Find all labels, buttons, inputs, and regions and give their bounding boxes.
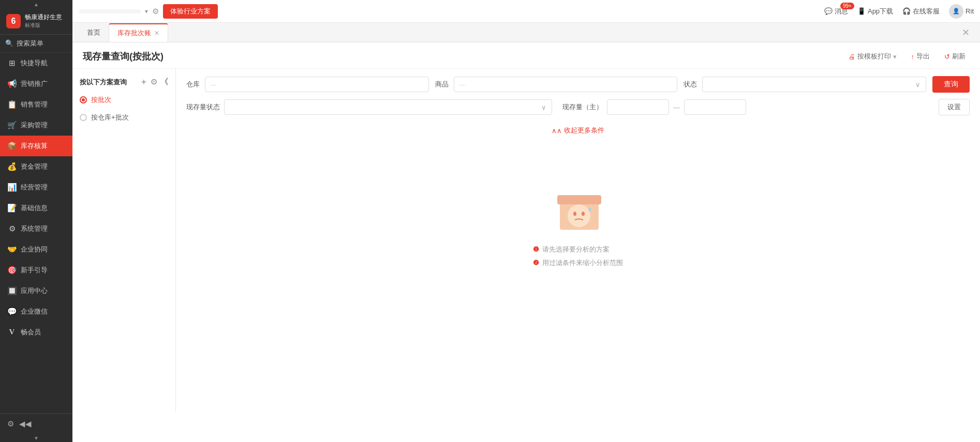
stock-qty-label: 现存量（主） — [562, 102, 603, 112]
basics-icon: 📝 — [7, 203, 17, 213]
warehouse-dots: ··· — [211, 81, 216, 89]
username-label: Rit — [966, 7, 974, 15]
warehouse-input[interactable]: ··· — [205, 77, 429, 92]
sidebar-item-label: 应用中心 — [21, 286, 48, 296]
sidebar-item-label: 资金管理 — [21, 162, 48, 171]
app-name: 畅康通好生意 — [25, 13, 62, 22]
page-title: 现存量查询(按批次) — [83, 50, 164, 63]
stock-status-label: 现存量状态 — [186, 102, 220, 112]
user-profile[interactable]: 👤 Rit — [949, 4, 974, 19]
goods-label: 商品 — [435, 80, 450, 89]
headset-icon: 🎧 — [902, 7, 911, 15]
sidebar-item-operations[interactable]: 📊 经营管理 — [0, 177, 72, 198]
sidebar-item-newbie[interactable]: 🎯 新手引导 — [0, 260, 72, 281]
collapse-up-icon: ∧∧ — [552, 127, 562, 135]
filter-row-2: 现存量状态 ∨ 现存量（主） — 设置 — [186, 99, 970, 115]
hint-text-2: 用过滤条件来缩小分析范围 — [542, 256, 623, 270]
goods-dots: ··· — [459, 81, 465, 89]
left-panel-actions: ＋ ⊙ 《 — [140, 77, 168, 87]
sidebar-item-label: 快捷导航 — [21, 58, 48, 68]
messages-badge: 99+ — [840, 3, 854, 9]
print-template-btn[interactable]: 🖨 按模板打印 ▾ — [844, 50, 901, 63]
config-scheme-icon[interactable]: ⊙ — [151, 77, 157, 87]
stock-status-select[interactable]: ∨ — [224, 99, 552, 115]
sales-icon: 📋 — [7, 100, 17, 109]
messages-btn[interactable]: 💬 消息 99+ — [824, 7, 848, 16]
refresh-icon: ↺ — [944, 53, 950, 61]
sidebar-item-label: 新手引导 — [21, 266, 48, 275]
tab-close-all-btn[interactable]: ✕ — [958, 27, 974, 38]
sidebar-item-basics[interactable]: 📝 基础信息 — [0, 198, 72, 218]
stock-qty-from-input[interactable] — [607, 99, 669, 115]
status-label: 状态 — [684, 80, 698, 89]
sidebar-item-system[interactable]: ⚙ 系统管理 — [0, 218, 72, 239]
status-select[interactable]: ∨ — [702, 77, 926, 92]
sidebar-item-purchase[interactable]: 🛒 采购管理 — [0, 115, 72, 136]
page-header: 现存量查询(按批次) 🖨 按模板打印 ▾ ↑ 导出 ↺ 刷新 — [72, 42, 980, 69]
svg-point-3 — [573, 212, 576, 216]
qty-dash-separator: — — [673, 104, 680, 111]
sidebar-item-label: 企业协同 — [21, 245, 48, 254]
sidebar-item-label: 畅会员 — [21, 328, 41, 337]
settings-icon[interactable]: ⚙ — [7, 419, 14, 429]
topbar-search-box[interactable] — [79, 9, 141, 13]
sidebar-item-app-center[interactable]: 🔲 应用中心 — [0, 281, 72, 301]
print-dropdown-icon[interactable]: ▾ — [893, 53, 897, 61]
online-service-btn[interactable]: 🎧 在线客服 — [902, 7, 940, 16]
svg-point-4 — [582, 212, 585, 216]
sidebar-item-quick-nav[interactable]: ⊞ 快捷导航 — [0, 53, 72, 73]
refresh-btn[interactable]: ↺ 刷新 — [940, 50, 970, 63]
add-scheme-icon[interactable]: ＋ — [140, 77, 147, 87]
scheme-item-by-warehouse-batch[interactable]: 按仓库+批次 — [72, 109, 175, 126]
sidebar-item-sales[interactable]: 📋 销售管理 — [0, 94, 72, 115]
sidebar-scroll-up[interactable]: ▲ — [0, 0, 72, 8]
right-panel: 仓库 ··· 商品 ··· 状态 — [176, 69, 980, 411]
collapse-panel-icon[interactable]: 《 — [160, 77, 168, 87]
print-icon: 🖨 — [849, 53, 855, 61]
sidebar-item-inventory[interactable]: 📦 库存核算 — [0, 136, 72, 156]
app-download-btn[interactable]: 📱 App下载 — [857, 7, 893, 16]
topbar-dropdown-icon[interactable]: ▾ — [145, 8, 148, 15]
marketing-icon: 📢 — [7, 79, 17, 89]
tab-close-icon[interactable]: ✕ — [154, 30, 159, 37]
scheme-item-by-batch[interactable]: 按批次 — [72, 91, 175, 109]
refresh-label: 刷新 — [952, 52, 966, 61]
newbie-icon: 🎯 — [7, 266, 17, 275]
stock-qty-to-input[interactable] — [684, 99, 746, 115]
sidebar-item-vip[interactable]: V 畅会员 — [0, 322, 72, 343]
tabs-bar: 首页 库存批次账 ✕ ✕ — [72, 23, 980, 42]
set-btn[interactable]: 设置 — [939, 99, 970, 115]
export-label: 导出 — [916, 52, 930, 61]
collapse-label: 收起更多条件 — [564, 126, 604, 135]
left-panel-title: 按以下方案查询 — [80, 78, 127, 87]
quick-nav-icon: ⊞ — [7, 58, 17, 68]
enterprise-icon: 🤝 — [7, 245, 17, 254]
sidebar-item-finance[interactable]: 💰 资金管理 — [0, 156, 72, 177]
radio-by-batch — [80, 96, 87, 104]
goods-input[interactable]: ··· — [454, 77, 678, 92]
export-btn[interactable]: ↑ 导出 — [907, 50, 934, 63]
sidebar-item-label: 营销推广 — [21, 79, 48, 89]
scheme-label-by-warehouse-batch: 按仓库+批次 — [91, 113, 129, 122]
sidebar-item-enterprise[interactable]: 🤝 企业协同 — [0, 239, 72, 260]
purchase-icon: 🛒 — [7, 121, 17, 130]
collapse-row[interactable]: ∧∧ 收起更多条件 — [186, 122, 970, 139]
sidebar-scroll-down[interactable]: ▼ — [0, 434, 72, 442]
sidebar-item-label: 系统管理 — [21, 224, 48, 233]
sidebar-item-marketing[interactable]: 📢 营销推广 — [0, 73, 72, 94]
tab-home[interactable]: 首页 — [79, 24, 109, 41]
topbar-gear-icon[interactable]: ⚙ — [152, 7, 159, 16]
empty-state: ❶ 请先选择要分析的方案 ❷ 用过滤条件来缩小分析范围 — [186, 139, 970, 311]
stock-qty-field: 现存量（主） — — [562, 99, 928, 115]
app-download-icon: 📱 — [857, 7, 866, 15]
collapse-sidebar-icon[interactable]: ◀◀ — [19, 419, 32, 429]
tab-inventory-batch[interactable]: 库存批次账 ✕ — [109, 23, 168, 42]
sidebar-search[interactable]: 🔍 搜索菜单 — [0, 35, 72, 53]
sidebar-item-label: 经营管理 — [21, 183, 48, 192]
avatar-icon: 👤 — [953, 8, 960, 14]
active-tab-label: 库存批次账 — [117, 28, 151, 38]
experience-btn[interactable]: 体验行业方案 — [163, 4, 218, 19]
query-btn[interactable]: 查询 — [932, 76, 970, 93]
sidebar-item-enterprise-wechat[interactable]: 💬 企业微信 — [0, 301, 72, 322]
main-layout: 按以下方案查询 ＋ ⊙ 《 按批次 按仓库+批次 — [72, 69, 980, 411]
